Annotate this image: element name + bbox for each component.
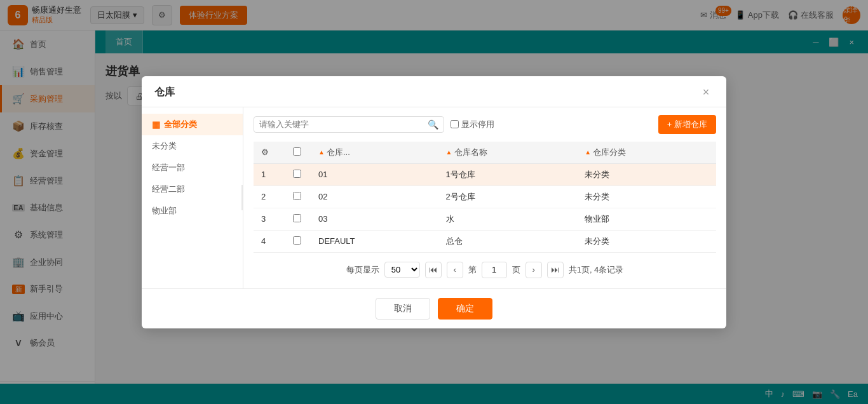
th-category[interactable]: ▲ 仓库分类 [577,142,716,164]
show-disabled-checkbox-label[interactable]: 显示停用 [451,119,494,130]
modal-overlay: 仓库 × ▦ 全部分类 未分类 经营一部 经营二部 [0,0,868,404]
search-box: 🔍 [254,116,444,133]
row-num: 2 [254,185,285,208]
select-all-checkbox[interactable] [293,147,301,156]
confirm-button[interactable]: 确定 [438,298,492,320]
category-sidebar: ▦ 全部分类 未分类 经营一部 经营二部 物业部 ‹ [142,107,243,288]
table-toolbar: 🔍 显示停用 + 新增仓库 [254,115,716,134]
table-row[interactable]: 2 02 2号仓库 未分类 [254,185,716,208]
row-category: 未分类 [577,230,716,252]
category-collapse-button[interactable]: ‹ [241,185,243,210]
row-code: 03 [311,208,438,230]
row-code: DEFAULT [311,230,438,252]
row-code: 01 [311,163,438,185]
per-page-select[interactable]: 50 10 20 100 [384,262,420,278]
row-num: 3 [254,208,285,230]
pagination: 每页显示 50 10 20 100 ⏮ ‹ 第 页 › ⏭ 共1页, 4条记录 [254,253,716,281]
category-item-all[interactable]: ▦ 全部分类 [142,114,243,135]
show-disabled-checkbox[interactable] [451,120,459,128]
grid-cat-icon: ▦ [152,119,160,130]
category-item-ops2[interactable]: 经营二部 [142,178,243,200]
search-input[interactable] [259,119,425,129]
category-item-unclassified[interactable]: 未分类 [142,135,243,157]
row-checkbox[interactable] [293,192,301,200]
th-checkbox[interactable] [285,142,311,164]
row-checkbox[interactable] [293,214,301,222]
sort-icon-name: ▲ [446,149,452,156]
row-checkbox-cell[interactable] [285,208,311,230]
th-settings[interactable]: ⚙ [254,142,285,164]
modal-header: 仓库 × [142,76,726,107]
prev-page-button[interactable]: ‹ [447,262,463,278]
row-code: 02 [311,185,438,208]
last-page-button[interactable]: ⏭ [547,262,564,278]
row-checkbox[interactable] [293,236,301,245]
row-category: 未分类 [577,185,716,208]
row-name: 1号仓库 [438,163,578,185]
category-item-ops1[interactable]: 经营一部 [142,157,243,178]
row-checkbox-cell[interactable] [285,230,311,252]
modal-body: ▦ 全部分类 未分类 经营一部 经营二部 物业部 ‹ [142,107,726,288]
new-warehouse-button[interactable]: + 新增仓库 [658,115,716,134]
table-row[interactable]: 4 DEFAULT 总仓 未分类 [254,230,716,252]
warehouse-table-wrap: ⚙ ▲ 仓库... [254,142,716,253]
row-checkbox-cell[interactable] [285,163,311,185]
modal-title: 仓库 [154,86,175,99]
row-checkbox-cell[interactable] [285,185,311,208]
row-num: 1 [254,163,285,185]
first-page-button[interactable]: ⏮ [425,262,442,278]
search-icon[interactable]: 🔍 [428,119,438,130]
sort-icon-code: ▲ [318,149,325,156]
row-name: 2号仓库 [438,185,578,208]
modal-footer: 取消 确定 [142,288,726,328]
table-row[interactable]: 3 03 水 物业部 [254,208,716,230]
row-num: 4 [254,230,285,252]
next-page-button[interactable]: › [526,262,542,278]
page-number-input[interactable] [482,262,507,278]
table-area: 🔍 显示停用 + 新增仓库 ⚙ [243,107,726,288]
cancel-button[interactable]: 取消 [376,298,430,320]
row-category: 物业部 [577,208,716,230]
row-category: 未分类 [577,163,716,185]
th-code[interactable]: ▲ 仓库... [311,142,438,164]
table-row[interactable]: 1 01 1号仓库 未分类 [254,163,716,185]
modal-close-button[interactable]: × [698,85,714,100]
row-checkbox[interactable] [293,170,301,178]
row-name: 总仓 [438,230,578,252]
warehouse-table: ⚙ ▲ 仓库... [254,142,716,253]
category-item-property[interactable]: 物业部 [142,200,243,222]
warehouse-modal: 仓库 × ▦ 全部分类 未分类 经营一部 经营二部 [142,76,726,328]
row-name: 水 [438,208,578,230]
th-name[interactable]: ▲ 仓库名称 [438,142,578,164]
sort-icon-category: ▲ [585,149,591,156]
